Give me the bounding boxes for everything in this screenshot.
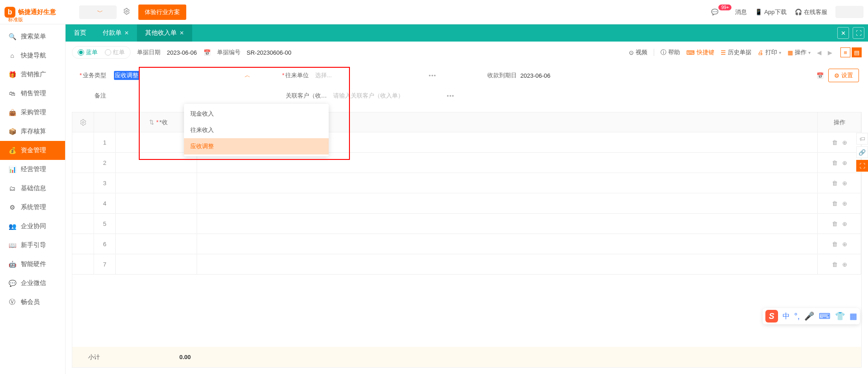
relation-input[interactable]: 请输入关联客户（收入单）••• (330, 90, 457, 102)
due-date-value[interactable]: 2023-06-06 (520, 72, 551, 79)
table-row[interactable]: 7🗑⊕ (72, 254, 861, 275)
home-icon: ⌂ (8, 51, 16, 60)
row-body-cell[interactable] (197, 173, 818, 193)
svg-point-0 (126, 10, 127, 12)
user-avatar[interactable] (835, 6, 863, 18)
add-row-icon[interactable]: ⊕ (842, 159, 847, 166)
ime-punct-icon[interactable]: °, (794, 312, 800, 321)
table-row[interactable]: 5🗑⊕ (72, 214, 861, 234)
help-link[interactable]: ⓘ帮助 (660, 48, 680, 56)
add-row-icon[interactable]: ⊕ (842, 200, 847, 207)
print-button[interactable]: 🖨打印▾ (758, 48, 781, 56)
delete-row-icon[interactable]: 🗑 (832, 159, 838, 166)
ime-menu-icon[interactable]: ▦ (849, 311, 857, 321)
video-link[interactable]: ⊙视频 (629, 48, 647, 56)
biz-type-select[interactable]: 应收调整 ︿ (110, 69, 255, 82)
sidebar-item-funds[interactable]: 💰资金管理 (0, 141, 65, 160)
sidebar-item-purchase[interactable]: 👜采购管理 (0, 103, 65, 122)
row-first-cell[interactable] (116, 214, 197, 234)
sidebar-item-basic[interactable]: 🗂基础信息 (0, 179, 65, 198)
row-body-cell[interactable] (197, 193, 818, 213)
radio-blue[interactable]: 蓝单 (78, 48, 98, 56)
more-icon[interactable]: ••• (429, 72, 436, 79)
box-icon: 📦 (8, 127, 16, 136)
option-receivable-adjust[interactable]: 应收调整 (184, 138, 329, 154)
sidebar-item-collab[interactable]: 👥企业协同 (0, 217, 65, 236)
more-icon[interactable]: ••• (447, 93, 454, 99)
messages-link[interactable]: 💬 99+ 消息 (711, 8, 747, 16)
close-icon[interactable]: ✕ (124, 30, 129, 36)
calendar-icon[interactable]: 📅 (203, 49, 211, 56)
row-first-cell[interactable] (116, 173, 197, 193)
view-list-button[interactable]: ≡ (840, 47, 850, 57)
doc-date-value[interactable]: 2023-06-06 (167, 49, 197, 56)
settings-button[interactable]: ⚙设置 (828, 69, 859, 82)
expand-button[interactable]: ⛶ (853, 27, 864, 39)
ime-skin-icon[interactable]: 👕 (835, 311, 845, 321)
note-tool[interactable]: 🏷 (856, 133, 868, 145)
close-all-button[interactable]: ✕ (837, 27, 849, 39)
ime-keyboard-icon[interactable]: ⌨ (819, 311, 830, 321)
ime-lang[interactable]: 中 (783, 312, 790, 321)
radio-red[interactable]: 红单 (105, 48, 125, 56)
add-row-icon[interactable]: ⊕ (842, 220, 847, 227)
table-row[interactable]: 4🗑⊕ (72, 193, 861, 214)
party-input[interactable]: 选择...••• (312, 70, 439, 81)
history-link[interactable]: ☰历史单据 (721, 48, 751, 56)
industry-cta-button[interactable]: 体验行业方案 (138, 5, 186, 20)
sidebar-item-sales[interactable]: 🛍销售管理 (0, 84, 65, 103)
ime-mic-icon[interactable]: 🎤 (804, 311, 814, 321)
sidebar-item-quicknav[interactable]: ⌂快捷导航 (0, 46, 65, 65)
remark-input[interactable] (110, 89, 255, 102)
prev-icon[interactable]: ◀ (817, 49, 821, 56)
sidebar-item-guide[interactable]: 📖新手引导 (0, 236, 65, 255)
attach-tool[interactable]: 🔗 (856, 146, 868, 158)
row-first-cell[interactable] (116, 234, 197, 254)
sidebar-item-marketing[interactable]: 🎁营销推广 (0, 65, 65, 84)
row-body-cell[interactable] (197, 234, 818, 254)
add-row-icon[interactable]: ⊕ (842, 241, 847, 248)
delete-row-icon[interactable]: 🗑 (832, 200, 838, 207)
fullscreen-tool[interactable]: ⛶ (856, 160, 868, 172)
view-card-button[interactable]: ▤ (852, 47, 862, 57)
row-index: 2 (94, 153, 116, 173)
sidebar-item-wechat[interactable]: 💬企业微信 (0, 274, 65, 293)
row-body-cell[interactable] (197, 254, 818, 274)
list-icon: ☰ (721, 49, 726, 56)
tab-payment[interactable]: 付款单✕ (94, 24, 137, 42)
app-download-link[interactable]: 📱 App下载 (755, 8, 786, 16)
add-row-icon[interactable]: ⊕ (842, 139, 847, 146)
add-row-icon[interactable]: ⊕ (842, 261, 847, 268)
delete-row-icon[interactable]: 🗑 (832, 139, 838, 146)
delete-row-icon[interactable]: 🗑 (832, 241, 838, 248)
row-first-cell[interactable] (116, 193, 197, 213)
next-icon[interactable]: ▶ (828, 49, 832, 56)
sidebar-item-member[interactable]: Ⓥ畅会员 (0, 293, 65, 312)
region-selector[interactable]: ﹀ (79, 5, 117, 19)
add-row-icon[interactable]: ⊕ (842, 180, 847, 187)
row-first-cell[interactable] (116, 254, 197, 274)
sidebar-item-hardware[interactable]: 🤖智能硬件 (0, 255, 65, 274)
delete-row-icon[interactable]: 🗑 (832, 261, 838, 268)
sidebar-item-system[interactable]: ⚙系统管理 (0, 198, 65, 217)
sogou-logo-icon[interactable]: S (765, 310, 778, 323)
table-row[interactable]: 3🗑⊕ (72, 173, 861, 193)
row-body-cell[interactable] (197, 214, 818, 234)
operations-button[interactable]: ▦操作▾ (788, 48, 811, 56)
option-cash-income[interactable]: 现金收入 (184, 106, 329, 122)
sidebar-item-inventory[interactable]: 📦库存核算 (0, 122, 65, 141)
delete-row-icon[interactable]: 🗑 (832, 220, 838, 227)
sidebar-item-search[interactable]: 🔍搜索菜单 (0, 27, 65, 46)
option-related-income[interactable]: 往来收入 (184, 122, 329, 138)
tab-other-income[interactable]: 其他收入单✕ (137, 24, 192, 42)
gear-icon[interactable] (123, 8, 130, 16)
calendar-icon[interactable]: 📅 (816, 72, 824, 79)
close-icon[interactable]: ✕ (179, 30, 184, 36)
tab-home[interactable]: 首页 (66, 24, 94, 42)
table-config-button[interactable] (72, 112, 94, 132)
delete-row-icon[interactable]: 🗑 (832, 180, 838, 187)
hotkey-link[interactable]: ⌨快捷键 (686, 48, 714, 56)
support-link[interactable]: 🎧 在线客服 (795, 8, 827, 16)
table-row[interactable]: 6🗑⊕ (72, 234, 861, 254)
sidebar-item-operations[interactable]: 📊经营管理 (0, 160, 65, 179)
